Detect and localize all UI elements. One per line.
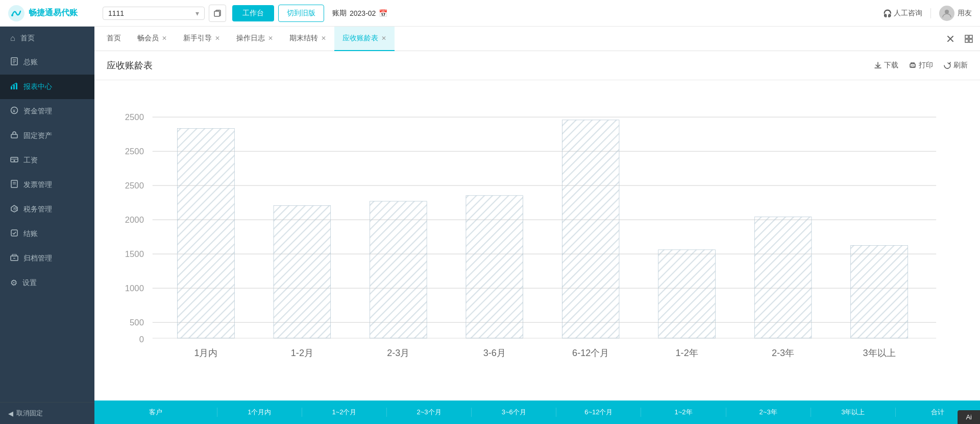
consult-button[interactable]: 🎧 人工咨询: [883, 9, 922, 18]
print-button[interactable]: 打印: [909, 61, 933, 70]
user-icon: [942, 9, 951, 18]
col-3y-plus: 3年以上: [811, 408, 896, 417]
sidebar-item-tax[interactable]: 税 税务管理: [0, 197, 94, 222]
sidebar-item-invoice[interactable]: 发票管理: [0, 173, 94, 197]
consult-label: 人工咨询: [894, 9, 922, 18]
col-1-2m: 1~2个月: [302, 408, 387, 417]
svg-rect-10: [16, 83, 17, 89]
col-6-12m: 6~12个月: [556, 408, 641, 417]
download-button[interactable]: 下载: [874, 61, 898, 70]
sidebar-label-checkout: 结账: [23, 229, 38, 239]
tab-oplog-close[interactable]: ✕: [268, 35, 273, 42]
svg-text:¥: ¥: [12, 108, 16, 113]
user-name: 用友: [958, 9, 972, 18]
tab-period-end[interactable]: 期末结转 ✕: [281, 27, 334, 51]
svg-rect-8: [11, 86, 12, 89]
sidebar-item-salary[interactable]: 工资: [0, 148, 94, 173]
company-name: 1111: [108, 9, 124, 17]
period-label: 账期: [332, 9, 347, 18]
settings-icon: ⚙: [10, 278, 17, 288]
svg-text:0: 0: [139, 335, 144, 344]
sidebar-label-finance: 资金管理: [23, 107, 52, 116]
ai-badge[interactable]: Ai: [958, 410, 980, 424]
tab-home-label: 首页: [107, 34, 121, 43]
main-layout: ⌂ 首页 总账 报表中心 ¥ 资金管理 固定资产: [0, 27, 980, 424]
svg-point-1: [11, 14, 13, 16]
sidebar-item-finance[interactable]: ¥ 资金管理: [0, 99, 94, 124]
svg-rect-54: [370, 201, 427, 338]
refresh-button[interactable]: 刷新: [943, 61, 968, 70]
col-1m: 1个月内: [217, 408, 302, 417]
svg-rect-28: [965, 39, 968, 42]
sidebar-label-salary: 工资: [23, 156, 38, 165]
archive-icon: [10, 253, 18, 264]
print-label: 打印: [919, 61, 933, 70]
page-header: 应收账龄表 下载 打印 刷新: [94, 51, 980, 80]
svg-text:1-2年: 1-2年: [676, 348, 698, 358]
print-icon: [909, 61, 917, 69]
svg-text:2500: 2500: [125, 112, 144, 122]
sidebar-item-reports[interactable]: 报表中心: [0, 75, 94, 99]
sidebar-toggle[interactable]: ◀ 取消固定: [0, 402, 94, 424]
svg-rect-22: [11, 230, 17, 236]
workbench-button[interactable]: 工作台: [232, 5, 274, 21]
svg-rect-64: [851, 246, 908, 338]
tab-home[interactable]: 首页: [99, 27, 129, 51]
tab-member-close[interactable]: ✕: [162, 35, 167, 42]
svg-text:2000: 2000: [125, 215, 144, 225]
sidebar-item-ledger[interactable]: 总账: [0, 50, 94, 75]
sidebar-label-ledger: 总账: [23, 58, 38, 67]
col-customer: 客户: [94, 408, 217, 417]
close-all-button[interactable]: [943, 32, 958, 46]
download-icon: [874, 61, 882, 69]
tab-ar-aging-close[interactable]: ✕: [381, 35, 386, 42]
company-select[interactable]: 1111 ▾: [103, 7, 205, 20]
svg-rect-58: [562, 120, 619, 338]
sidebar-label-settings: 设置: [22, 278, 37, 288]
sidebar-item-checkout[interactable]: 结账: [0, 222, 94, 246]
app-logo: 畅捷通易代账: [8, 5, 103, 21]
sidebar-item-home[interactable]: ⌂ 首页: [0, 27, 94, 50]
svg-text:6-12个月: 6-12个月: [572, 348, 609, 358]
switch-version-button[interactable]: 切到旧版: [278, 5, 324, 22]
expand-button[interactable]: [962, 32, 976, 46]
svg-text:2-3年: 2-3年: [772, 348, 794, 358]
svg-rect-29: [969, 39, 972, 42]
svg-text:2500: 2500: [125, 147, 144, 156]
tab-guide[interactable]: 新手引导 ✕: [175, 27, 228, 51]
page-actions: 下载 打印 刷新: [874, 61, 968, 70]
tab-ar-aging-label: 应收账龄表: [342, 34, 378, 43]
svg-rect-60: [658, 250, 716, 338]
sidebar: ⌂ 首页 总账 报表中心 ¥ 资金管理 固定资产: [0, 27, 94, 424]
svg-rect-32: [911, 66, 914, 67]
tab-oplog[interactable]: 操作日志 ✕: [228, 27, 281, 51]
headset-icon: 🎧: [883, 9, 892, 17]
svg-rect-9: [13, 85, 15, 89]
col-1-2y: 1~2年: [641, 408, 726, 417]
refresh-label: 刷新: [953, 61, 968, 70]
svg-text:3年以上: 3年以上: [863, 348, 895, 358]
expand-icon: [965, 35, 973, 43]
sidebar-item-archive[interactable]: 归档管理: [0, 246, 94, 271]
calendar-icon[interactable]: 📅: [379, 9, 387, 17]
tab-member-label: 畅会员: [137, 34, 159, 43]
copy-button[interactable]: [209, 5, 226, 22]
tab-period-end-close[interactable]: ✕: [321, 35, 326, 42]
tab-member[interactable]: 畅会员 ✕: [129, 27, 175, 51]
period-value: 2023-02: [350, 9, 376, 17]
user-menu[interactable]: 用友: [939, 6, 972, 21]
tab-oplog-label: 操作日志: [236, 34, 265, 43]
sidebar-label-assets: 固定资产: [23, 131, 52, 140]
logo-icon: [8, 5, 24, 21]
svg-rect-26: [965, 35, 968, 38]
tab-period-end-label: 期末结转: [289, 34, 318, 43]
tab-ar-aging[interactable]: 应收账龄表 ✕: [334, 27, 395, 51]
svg-rect-56: [466, 196, 523, 338]
sidebar-item-assets[interactable]: 固定资产: [0, 124, 94, 148]
finance-icon: ¥: [10, 106, 18, 116]
refresh-icon: [943, 61, 951, 69]
svg-text:3-6月: 3-6月: [483, 348, 506, 358]
reports-icon: [10, 82, 18, 92]
sidebar-item-settings[interactable]: ⚙ 设置: [0, 271, 94, 295]
tab-guide-close[interactable]: ✕: [215, 35, 220, 42]
